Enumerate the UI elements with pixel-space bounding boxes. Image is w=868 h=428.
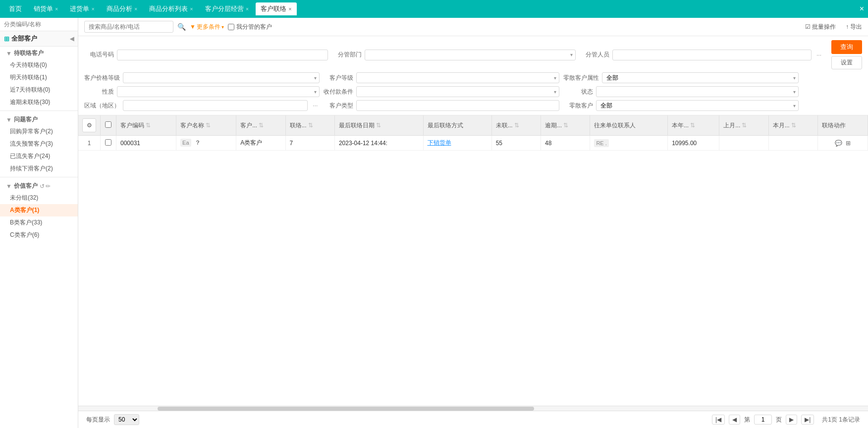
sidebar-item-declining[interactable]: 持续下滑客户(2) [0,162,78,175]
nav-purchase-close[interactable]: × [91,6,94,12]
th-checkbox[interactable] [101,115,116,136]
status-select-wrap: ▾ [596,86,799,97]
sidebar-group-problem[interactable]: ▼ 问题客户 [0,113,78,125]
batch-op-btn[interactable]: ☑ 批量操作 [805,23,836,31]
customer-type-input[interactable] [356,100,559,111]
nav-home[interactable]: 首页 [4,2,27,15]
th-this-month[interactable]: 本月... ⇅ [768,115,817,136]
th-this-year[interactable]: 本年... ⇅ [668,115,719,136]
region-more-icon[interactable]: ··· [311,102,320,109]
select-all-checkbox[interactable] [105,121,111,128]
scrollbar-thumb[interactable] [158,407,534,411]
person-input[interactable] [612,50,812,60]
edit-icon[interactable]: ✏ [46,183,51,190]
my-customers-checkbox-wrap[interactable]: 我分管的客户 [228,23,272,31]
page-input[interactable] [754,415,772,425]
customer-level-select-wrap: ▾ [356,72,559,83]
td-this-year: 10995.00 [668,136,719,151]
nav-customer-contact[interactable]: 客户联络 × [256,2,296,15]
sidebar-item-today[interactable]: 今天待联络(0) [0,59,78,71]
last-page-btn[interactable]: ▶| [801,415,814,425]
next-page-btn[interactable]: ▶ [786,415,797,425]
th-company-contact[interactable]: 往来单位联系人 [590,115,668,136]
sidebar-item-class-b[interactable]: B类客户(33) [0,216,78,229]
filter-row-2: 客户价格等级 ▾ 客户等级 ▾ 零散客户属性 [84,72,862,83]
zero-retail-attr-select-wrap: 全部 ▾ [602,72,799,83]
th-last-method[interactable]: 最后联络方式 [423,115,491,136]
payment-select-wrap: ▾ [356,86,559,97]
dept-select[interactable] [365,50,576,60]
search-button[interactable]: 🔍 [177,23,186,31]
sidebar-all-customers[interactable]: ⊞ 全部客户 ◀ [0,31,78,47]
prev-page-btn[interactable]: ◀ [729,415,740,425]
sidebar-item-tomorrow[interactable]: 明天待联络(1) [0,71,78,84]
sidebar-group-pending[interactable]: ▼ 待联络客户 [0,47,78,59]
nav-customer-segment[interactable]: 客户分层经营 × [200,2,254,15]
my-customers-checkbox[interactable] [228,24,234,30]
th-no-contact[interactable]: 未联... ⇅ [491,115,541,136]
search-input[interactable] [84,21,173,33]
sidebar-item-unclassified[interactable]: 未分组(32) [0,192,78,204]
arrow-down-icon-3: ▼ [6,183,12,190]
last-method-link[interactable]: 下销货单 [428,139,451,146]
sidebar-group-value[interactable]: ▼ 价值客户 ↺ ✏ [0,179,78,192]
th-last-month[interactable]: 上月... ⇅ [719,115,768,136]
nav-product-analysis[interactable]: 商品分析 × [102,2,142,15]
th-overdue[interactable]: 逾期... ⇅ [541,115,590,136]
th-code[interactable]: 客户编码 ⇅ [116,115,176,136]
person-more-icon[interactable]: ··· [814,52,823,58]
row-checkbox[interactable] [105,139,111,146]
settings-btn[interactable]: 设置 [831,56,862,69]
chat-action-icon[interactable]: 💬 [835,140,842,147]
nav-sales-close[interactable]: × [55,6,58,12]
export-btn[interactable]: ↑ 导出 [846,23,862,31]
sidebar-search-input[interactable] [4,21,78,28]
phone-input[interactable] [117,50,328,60]
td-type: A类客户 [236,136,285,151]
th-last-date[interactable]: 最后联络日期 ⇅ [334,115,423,136]
zero-retail-select-wrap: 全部 ▾ [596,100,799,111]
payment-select[interactable] [356,86,559,97]
sidebar-item-class-a[interactable]: A类客户(1) [0,204,78,216]
nature-select[interactable] [117,86,320,97]
sidebar-item-churned[interactable]: 已流失客户(24) [0,150,78,162]
first-page-btn[interactable]: |◀ [712,415,725,425]
sort-icon-overdue: ⇅ [563,122,568,129]
horizontal-scrollbar[interactable] [78,406,868,411]
query-btn[interactable]: 查询 [831,40,862,54]
sidebar-item-class-c[interactable]: C类客户(6) [0,229,78,241]
more-action-icon[interactable]: ⊞ [846,140,851,147]
refresh-icon[interactable]: ↺ [40,183,45,190]
status-select[interactable] [596,86,799,97]
nav-sales[interactable]: 销货单 × [29,2,63,15]
nav-customer-contact-close[interactable]: × [288,6,291,12]
nav-product-list[interactable]: 商品分析列表 × [144,2,198,15]
sort-icon-no-contact: ⇅ [514,122,519,129]
sidebar-item-churn-warning[interactable]: 流失预警客户(3) [0,138,78,150]
th-gear[interactable]: ⚙ [78,115,101,136]
filter-region: 区域（地区） ··· [84,100,320,111]
zero-retail-attr-select[interactable]: 全部 [602,72,799,83]
zero-retail-select[interactable]: 全部 [596,100,799,111]
nav-customer-segment-close[interactable]: × [246,6,249,12]
sidebar-collapse-btn[interactable]: ◀ [70,36,74,42]
sidebar-item-overdue[interactable]: 逾期未联络(30) [0,96,78,108]
table-settings-gear[interactable]: ⚙ [82,118,96,132]
nav-product-list-close[interactable]: × [190,6,193,12]
nav-close-all[interactable]: × [860,4,864,13]
company-contact-badge: RE . [594,139,608,147]
customer-level-select[interactable] [356,72,559,83]
sidebar-item-7days[interactable]: 近7天待联络(0) [0,84,78,96]
th-type[interactable]: 客户... ⇅ [236,115,285,136]
page-size-select[interactable]: 20 50 100 200 [114,414,139,425]
nav-product-analysis-close[interactable]: × [134,6,137,12]
price-level-select[interactable] [123,72,320,83]
th-contact[interactable]: 联络... ⇅ [285,115,334,136]
th-name[interactable]: 客户名称 ⇅ [176,115,236,136]
more-conditions-btn[interactable]: ▼ 更多条件 ▾ [190,23,224,31]
td-checkbox[interactable] [101,136,116,151]
region-input[interactable] [123,100,308,111]
filter-nature: 性质 ▾ [84,86,320,97]
sidebar-item-abnormal[interactable]: 回购异常客户(2) [0,125,78,138]
nav-purchase[interactable]: 进货单 × [65,2,99,15]
